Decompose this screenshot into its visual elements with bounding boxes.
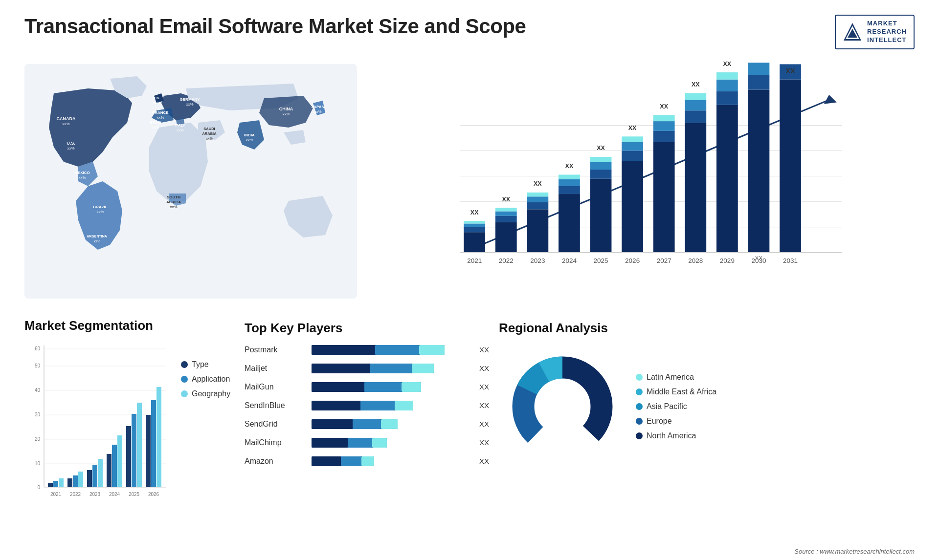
svg-text:xx%: xx% xyxy=(67,146,74,151)
svg-text:XX: XX xyxy=(502,195,510,202)
svg-rect-174 xyxy=(341,456,361,466)
svg-rect-91 xyxy=(748,63,770,75)
svg-text:40: 40 xyxy=(35,388,41,393)
svg-rect-44 xyxy=(464,232,485,253)
svg-rect-151 xyxy=(419,345,445,355)
legend-middle-east: Middle East & Africa xyxy=(636,388,716,396)
world-map: CANADA xx% U.S. xx% MEXICO xx% BRAZIL xx… xyxy=(24,59,357,303)
svg-text:0: 0 xyxy=(37,485,40,490)
svg-rect-162 xyxy=(360,401,395,410)
type-dot xyxy=(181,361,188,368)
svg-text:2025: 2025 xyxy=(129,492,140,497)
svg-text:FRANCE: FRANCE xyxy=(152,110,169,115)
player-row-mailchimp: MailChimp XX xyxy=(245,436,489,450)
legend-asia-pacific: Asia Pacific xyxy=(636,402,716,411)
legend-geography: Geography xyxy=(181,389,230,398)
svg-text:AFRICA: AFRICA xyxy=(166,200,181,204)
svg-text:xx%: xx% xyxy=(152,125,159,129)
svg-rect-67 xyxy=(590,157,612,162)
svg-rect-125 xyxy=(53,481,58,487)
svg-rect-57 xyxy=(527,193,549,196)
content-bottom: Market Segmentation 0 10 20 30 40 xyxy=(24,318,915,553)
svg-rect-82 xyxy=(685,93,706,100)
player-bar xyxy=(308,343,471,357)
svg-rect-149 xyxy=(312,345,375,355)
svg-text:xx%: xx% xyxy=(96,210,104,214)
logo-text: MARKET RESEARCH INTELLECT xyxy=(867,20,907,44)
player-name: Amazon xyxy=(245,457,303,466)
svg-rect-171 xyxy=(372,438,387,448)
svg-rect-80 xyxy=(685,110,706,123)
key-players-section: Top Key Players Postmark XX xyxy=(245,318,489,553)
svg-rect-49 xyxy=(495,222,517,253)
svg-rect-52 xyxy=(495,208,517,211)
svg-rect-159 xyxy=(402,382,421,392)
svg-rect-46 xyxy=(464,223,485,227)
svg-rect-93 xyxy=(780,79,801,252)
svg-text:2029: 2029 xyxy=(720,257,735,264)
legend-north-america-label: North America xyxy=(647,431,696,440)
player-row-mailjet: Mailjet XX xyxy=(245,362,489,375)
svg-text:XX: XX xyxy=(565,163,574,170)
svg-text:xx%: xx% xyxy=(156,115,164,120)
svg-text:XX: XX xyxy=(470,209,479,215)
svg-text:XX: XX xyxy=(534,180,542,187)
svg-text:2021: 2021 xyxy=(50,492,62,497)
legend-application: Application xyxy=(181,375,230,384)
svg-text:60: 60 xyxy=(35,346,41,351)
svg-rect-89 xyxy=(748,89,770,252)
svg-text:xx%: xx% xyxy=(93,239,100,243)
regional-title: Regional Analysis xyxy=(499,321,915,336)
svg-rect-61 xyxy=(559,179,580,186)
svg-rect-59 xyxy=(559,194,580,253)
svg-text:2025: 2025 xyxy=(593,257,608,264)
svg-text:XX: XX xyxy=(692,81,700,88)
player-bar xyxy=(308,454,471,468)
svg-text:CANADA: CANADA xyxy=(57,116,76,121)
svg-rect-150 xyxy=(375,345,419,355)
svg-rect-75 xyxy=(653,131,675,142)
player-name: SendGrid xyxy=(245,420,303,429)
svg-rect-135 xyxy=(117,435,122,487)
content-top: CANADA xx% U.S. xx% MEXICO xx% BRAZIL xx… xyxy=(24,59,915,303)
svg-rect-175 xyxy=(361,456,374,466)
player-row-amazon: Amazon XX xyxy=(245,454,489,468)
svg-rect-166 xyxy=(353,419,381,429)
player-bar xyxy=(308,436,471,450)
player-value: XX xyxy=(479,420,489,428)
svg-rect-128 xyxy=(73,475,78,487)
legend-latin-america-label: Latin America xyxy=(647,373,694,382)
svg-text:2026: 2026 xyxy=(148,492,159,497)
svg-rect-127 xyxy=(67,478,72,487)
segmentation-title: Market Segmentation xyxy=(24,318,235,333)
svg-rect-161 xyxy=(312,401,360,410)
svg-text:2026: 2026 xyxy=(625,257,640,264)
svg-rect-64 xyxy=(590,178,612,252)
svg-text:2027: 2027 xyxy=(657,257,671,264)
legend-middle-east-label: Middle East & Africa xyxy=(647,388,716,396)
svg-text:xx%: xx% xyxy=(62,122,69,126)
svg-text:2022: 2022 xyxy=(70,492,81,497)
player-name: SendInBlue xyxy=(245,401,303,410)
regional-legend: Latin America Middle East & Africa Asia … xyxy=(636,373,716,440)
logo-icon xyxy=(843,22,862,42)
segmentation-section: Market Segmentation 0 10 20 30 40 xyxy=(24,318,235,553)
svg-text:2024: 2024 xyxy=(109,492,120,497)
svg-text:xx%: xx% xyxy=(78,175,86,180)
player-name: MailGun xyxy=(245,383,303,391)
svg-text:2031: 2031 xyxy=(783,257,798,264)
svg-text:JAPAN: JAPAN xyxy=(312,105,325,109)
regional-section: Regional Analysis xyxy=(499,318,915,553)
svg-rect-70 xyxy=(622,151,643,161)
legend-type: Type xyxy=(181,360,230,369)
svg-rect-69 xyxy=(622,161,643,253)
svg-rect-157 xyxy=(312,382,364,392)
svg-text:XX: XX xyxy=(785,67,795,75)
svg-text:2023: 2023 xyxy=(89,492,101,497)
svg-rect-173 xyxy=(312,456,341,466)
svg-text:ITALY: ITALY xyxy=(175,123,185,128)
player-bar xyxy=(308,362,471,375)
svg-text:30: 30 xyxy=(35,412,41,417)
svg-text:10: 10 xyxy=(35,461,41,466)
svg-text:xx%: xx% xyxy=(176,128,183,132)
